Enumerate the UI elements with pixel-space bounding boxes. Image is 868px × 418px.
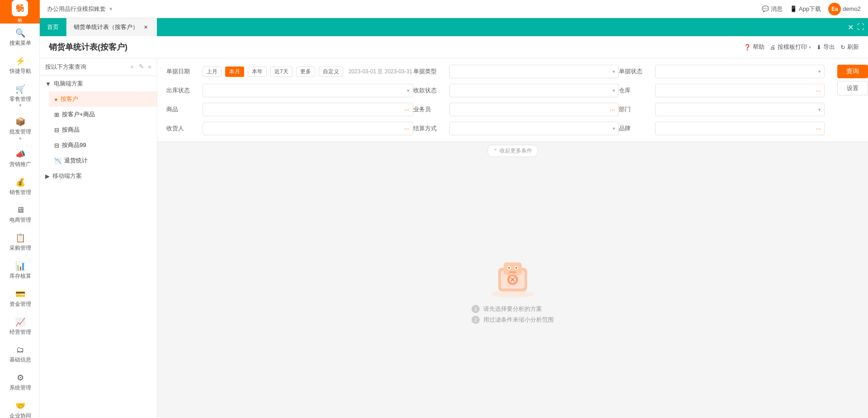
left-panel-header: 按以下方案查询 ＋ ✎ « <box>40 58 157 76</box>
sidebar-item-finance[interactable]: 💳 资金管理 <box>0 285 40 313</box>
scheme-label: 按客户 <box>61 95 78 103</box>
shortcut-icon: ⚡ <box>15 56 25 66</box>
svg-point-11 <box>515 267 517 269</box>
refresh-button[interactable]: ↻ 刷新 <box>840 43 859 51</box>
sidebar-item-label: 采购管理 <box>9 244 31 252</box>
brand-input[interactable] <box>655 122 825 135</box>
warehouse-filter: 仓库 <box>619 84 825 97</box>
doc-status-select[interactable] <box>655 65 825 78</box>
out-status-select-wrap <box>203 84 413 97</box>
svg-rect-7 <box>504 262 522 275</box>
sidebar-item-inventory[interactable]: 📊 库存核算 <box>0 256 40 285</box>
doc-type-select-wrap <box>449 65 619 78</box>
collapse-button[interactable]: ⌃ 收起更多条件 <box>487 145 538 157</box>
empty-tip-1: 1 请先选择要分析的方案 <box>472 305 554 313</box>
topbar: 办公用品行业模拟账套 ▾ 💬 消息 📱 App下载 Ea demo2 <box>40 0 868 18</box>
close-tab-icon[interactable]: ✕ <box>142 24 149 31</box>
scheme-by-product[interactable]: ⊟ 按商品 <box>49 122 157 138</box>
sidebar-item-purchase[interactable]: 📋 采购管理 <box>0 228 40 256</box>
tree-group-desktop[interactable]: ▼ 电脑端方案 <box>40 76 157 91</box>
tree-group-mobile[interactable]: ▶ 移动端方案 <box>40 168 157 184</box>
page-actions: ❓ 帮助 🖨 按模板打印 ▾ ⬇ 导出 ↻ 刷新 <box>744 43 859 51</box>
sidebar-item-label: 系统管理 <box>9 384 31 392</box>
salesperson-input[interactable] <box>449 103 619 116</box>
sidebar-item-search[interactable]: 🔍 搜索菜单 <box>0 24 40 52</box>
date-btn-this-year[interactable]: 本年 <box>248 66 267 77</box>
user-profile[interactable]: Ea demo2 <box>828 3 861 15</box>
doc-type-select[interactable] <box>449 65 619 78</box>
scheme-icon: ⊟ <box>54 127 59 133</box>
sidebar-item-label: 零售管理 <box>9 95 31 103</box>
receipt-status-label: 收款状态 <box>413 86 449 95</box>
date-btn-more[interactable]: 更多 <box>296 66 315 77</box>
query-button[interactable]: 查询 <box>837 65 868 78</box>
empty-tip-2: 2 用过滤条件来缩小分析范围 <box>472 316 554 324</box>
main-area: 办公用品行业模拟账套 ▾ 💬 消息 📱 App下载 Ea demo2 首页 <box>40 0 868 418</box>
sidebar-item-marketing[interactable]: 📣 营销推广 <box>0 145 40 173</box>
receiver-input[interactable] <box>203 122 413 135</box>
receiver-label: 收货人 <box>166 124 203 133</box>
page-title: 销货单统计表(按客户) <box>49 42 127 52</box>
app-logo: 畅 畅 <box>0 0 40 24</box>
settlement-select[interactable] <box>449 122 619 135</box>
out-status-label: 出库状态 <box>166 86 203 95</box>
tab-report[interactable]: 销货单统计表（按客户） ✕ <box>66 18 157 36</box>
close-window-icon[interactable]: ✕ <box>848 23 854 32</box>
svg-point-10 <box>508 267 510 269</box>
enterprise-icon: 🤝 <box>15 401 25 411</box>
product-input-wrap <box>203 103 413 116</box>
help-button[interactable]: ❓ 帮助 <box>744 43 764 51</box>
department-select[interactable] <box>655 103 825 116</box>
scheme-by-product99[interactable]: ⊟ 按商品99 <box>49 138 157 153</box>
sidebar-item-system[interactable]: ⚙ 系统管理 <box>0 368 40 396</box>
dropdown-icon[interactable]: ▾ <box>109 5 113 12</box>
sidebar-item-basics[interactable]: 🗂 基础信息 <box>0 341 40 368</box>
scheme-customer-product[interactable]: ⊞ 按客户+商品 <box>49 107 157 122</box>
product-input[interactable] <box>203 103 413 116</box>
sidebar-item-operation[interactable]: 📈 经营管理 <box>0 313 40 341</box>
department-filter: 部门 <box>619 103 825 116</box>
receiver-filter: 收货人 <box>166 122 413 135</box>
warehouse-input-wrap <box>655 84 825 97</box>
right-panel: 单据日期 上月 本月 本年 近7天 更多 自定义 2023-03-01 至 20… <box>157 58 868 418</box>
message-button[interactable]: 💬 消息 <box>762 5 783 13</box>
scheme-return-stats[interactable]: 📉 退货统计 <box>49 153 157 168</box>
date-btn-last-month[interactable]: 上月 <box>203 66 222 77</box>
collapse-panel-icon[interactable]: « <box>148 63 151 71</box>
app-download-button[interactable]: 📱 App下载 <box>790 5 821 13</box>
sidebar: 畅 畅 🔍 搜索菜单 ⚡ 快捷导航 🛒 零售管理 ▼ 📦 批发管理 ▲ 📣 营销… <box>0 0 40 418</box>
brand-input-wrap <box>655 122 825 135</box>
marketing-icon: 📣 <box>15 149 25 159</box>
sidebar-item-wholesale[interactable]: 📦 批发管理 ▲ <box>0 112 40 145</box>
out-status-select[interactable] <box>203 84 413 97</box>
receipt-status-select[interactable] <box>449 84 619 97</box>
download-icon: 📱 <box>790 5 797 12</box>
salesperson-filter: 业务员 <box>413 103 619 116</box>
sidebar-item-retail[interactable]: 🛒 零售管理 ▼ <box>0 80 40 112</box>
warehouse-input[interactable] <box>655 84 825 97</box>
tab-home[interactable]: 首页 <box>40 18 66 36</box>
retail-icon: 🛒 <box>15 84 25 94</box>
add-scheme-icon[interactable]: ＋ <box>129 63 135 71</box>
date-btn-this-month[interactable]: 本月 <box>225 66 244 77</box>
edit-scheme-icon[interactable]: ✎ <box>139 63 144 71</box>
settings-button[interactable]: 设置 <box>837 81 868 95</box>
sidebar-item-sales[interactable]: 💰 销售管理 <box>0 173 40 201</box>
filter-row-3: 商品 业务员 部门 <box>166 103 825 116</box>
filter-row-2: 出库状态 收款状态 仓库 <box>166 84 825 97</box>
message-icon: 💬 <box>762 5 769 12</box>
tip-num-2: 2 <box>472 316 480 324</box>
sidebar-item-ecommerce[interactable]: 🖥 电商管理 <box>0 201 40 228</box>
tip-num-1: 1 <box>472 305 480 313</box>
department-select-wrap <box>655 103 825 116</box>
sidebar-item-shortcut[interactable]: ⚡ 快捷导航 <box>0 52 40 80</box>
print-dropdown-icon[interactable]: ▾ <box>809 45 811 50</box>
date-btn-custom[interactable]: 自定义 <box>319 66 343 77</box>
sidebar-item-enterprise[interactable]: 🤝 企业协同 <box>0 396 40 418</box>
maximize-icon[interactable]: ⛶ <box>857 23 864 31</box>
export-button[interactable]: ⬇ 导出 <box>816 43 835 51</box>
print-button[interactable]: 🖨 按模板打印 ▾ <box>770 43 811 51</box>
date-btn-last7[interactable]: 近7天 <box>270 66 292 77</box>
scheme-by-customer[interactable]: ● 按客户 <box>49 91 157 107</box>
group-label: 移动端方案 <box>52 172 82 180</box>
